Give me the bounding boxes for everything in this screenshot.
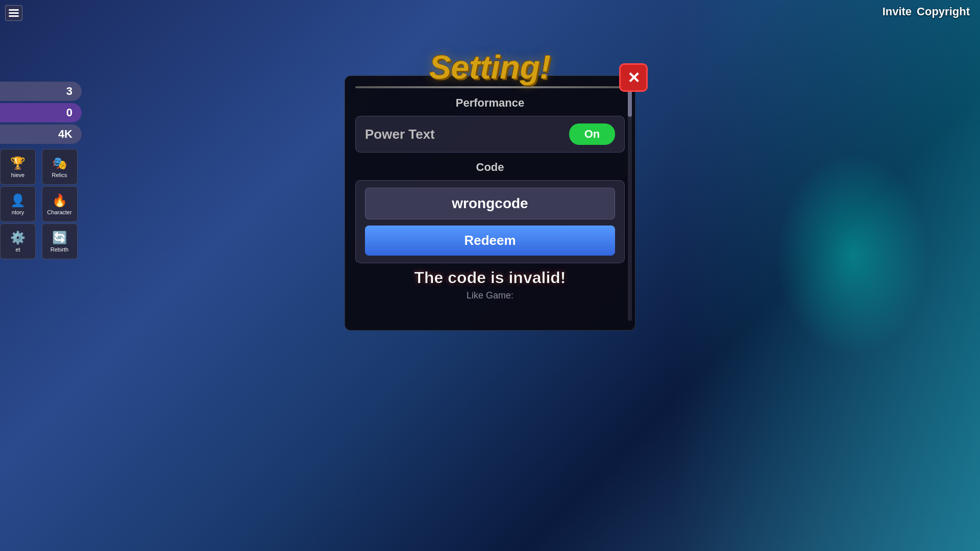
modal-title: Setting! [429, 48, 551, 86]
invalid-code-message: The code is invalid! [355, 268, 625, 287]
code-input-area: Redeem [355, 180, 625, 263]
modal-scrollbar[interactable] [628, 86, 632, 321]
modal-top-bar [355, 86, 625, 88]
power-text-toggle[interactable]: On [569, 123, 615, 145]
modal-close-button[interactable]: ✕ [619, 63, 648, 92]
modal-overlay: Setting! ✕ Performance Power Text On Cod… [0, 0, 980, 551]
code-input[interactable] [365, 188, 615, 219]
power-text-label: Power Text [365, 127, 435, 142]
performance-section-title: Performance [355, 96, 625, 110]
like-game-text: Like Game: [355, 290, 625, 301]
redeem-button[interactable]: Redeem [365, 226, 615, 256]
settings-modal: ✕ Performance Power Text On Code Redeem … [345, 76, 635, 331]
code-section-title: Code [355, 161, 625, 174]
power-text-row: Power Text On [355, 116, 625, 153]
modal-title-area: Setting! [429, 48, 551, 86]
